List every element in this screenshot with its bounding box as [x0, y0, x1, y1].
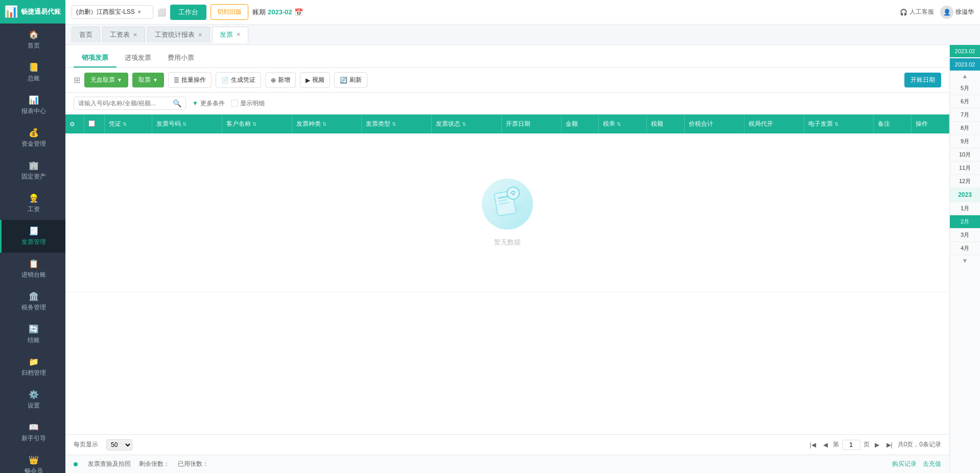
tab-invoice-close[interactable]: ✕ — [236, 31, 241, 38]
th-date: 开票日期 — [501, 115, 561, 133]
page-total: 共0页，0条记录 — [898, 440, 941, 449]
sidebar-item-payroll[interactable]: 👷 工资 — [0, 187, 65, 220]
sidebar-item-guide[interactable]: 📖 新手引导 — [0, 416, 65, 449]
video-button[interactable]: ▶ 视频 — [300, 72, 330, 88]
date-panel-header-2[interactable]: 2023.02 — [950, 58, 980, 71]
first-page-button[interactable]: |◀ — [807, 440, 818, 449]
date-month-7[interactable]: 7月 — [950, 108, 980, 122]
sidebar-item-home[interactable]: 🏠 首页 — [0, 24, 65, 56]
empty-state: 暂无数据 — [69, 138, 945, 288]
home-icon: 🏠 — [29, 30, 39, 39]
subtab-sales[interactable]: 销项发票 — [74, 49, 116, 67]
tab-payroll[interactable]: 工资表 ✕ — [102, 27, 145, 42]
sidebar-item-member[interactable]: 👑 畅会员 — [0, 449, 65, 473]
sidebar-item-funds[interactable]: 💰 资金管理 — [0, 122, 65, 154]
next-page-button[interactable]: ▶ — [873, 440, 881, 449]
service-button[interactable]: 🎧 人工客服 — [900, 8, 934, 16]
date-month-8[interactable]: 8月 — [950, 122, 980, 135]
video-icon: ▶ — [306, 77, 310, 84]
grid-config-icon[interactable]: ⊞ — [74, 75, 80, 85]
sidebar-item-invoice[interactable]: 🧾 发票管理 — [0, 220, 65, 253]
tab-payroll-close[interactable]: ✕ — [133, 32, 137, 38]
accounting-period: 账期 2023-02 📅 — [252, 8, 303, 17]
date-down-arrow[interactable]: ▼ — [950, 255, 980, 266]
page-input[interactable] — [842, 440, 860, 450]
sidebar-item-sales-ledger[interactable]: 📋 进销台账 — [0, 253, 65, 285]
no-tax-button[interactable]: 无血取票 ▼ — [84, 73, 128, 87]
used-label: 已用张数： — [178, 460, 208, 468]
new-icon: ⊕ — [271, 77, 276, 84]
settings-icon: ⚙️ — [29, 390, 39, 399]
user-info[interactable]: 👤 徐溢华 — [940, 6, 974, 19]
date-month-3[interactable]: 3月 — [950, 229, 980, 242]
date-month-1[interactable]: 1月 — [950, 202, 980, 215]
th-setting[interactable]: ⚙ — [65, 115, 84, 133]
invoice-table: ⚙ 凭证⇅ 发票号码⇅ 客户名称⇅ 发票种类⇅ 发票类型⇅ 发票状态⇅ 开票日期… — [65, 115, 949, 292]
date-month-6[interactable]: 6月 — [950, 95, 980, 108]
pagination-bar: 每页显示 50 100 200 |◀ ◀ 第 页 ▶ ▶| 共0页， — [65, 434, 949, 455]
subtab-expense[interactable]: 费用小票 — [159, 49, 202, 67]
date-up-arrow[interactable]: ▲ — [950, 71, 980, 82]
select-all-checkbox[interactable] — [88, 120, 95, 127]
tab-payroll-stat-close[interactable]: ✕ — [198, 32, 202, 38]
search-icon[interactable]: 🔍 — [173, 99, 181, 107]
sidebar-item-archive[interactable]: 📁 归档管理 — [0, 351, 65, 384]
copy-icon[interactable]: ⬜ — [157, 8, 166, 16]
gen-voucher-button[interactable]: 📄 生成凭证 — [216, 72, 261, 88]
date-month-12[interactable]: 12月 — [950, 175, 980, 188]
sidebar-item-settings[interactable]: ⚙️ 设置 — [0, 384, 65, 416]
date-month-9[interactable]: 9月 — [950, 135, 980, 148]
page-label: 第 — [833, 440, 839, 449]
sort-icon[interactable]: ⇅ — [123, 121, 127, 127]
last-page-button[interactable]: ▶| — [884, 440, 895, 449]
sidebar-item-tax[interactable]: 🏛️ 税务管理 — [0, 285, 65, 318]
tax-button[interactable]: 取票 ▼ — [132, 73, 164, 87]
date-month-4[interactable]: 4月 — [950, 242, 980, 255]
sort-icon[interactable]: ⇅ — [392, 121, 396, 127]
show-detail-checkbox[interactable] — [231, 100, 238, 107]
workspace-button[interactable]: 工作台 — [170, 5, 206, 20]
date-year-2023[interactable]: 2023 — [950, 188, 980, 202]
remaining-label: 剩余张数： — [139, 460, 170, 468]
purchase-record-link[interactable]: 购买记录 — [892, 460, 917, 468]
date-month-5[interactable]: 5月 — [950, 82, 980, 95]
th-customer: 客户名称⇅ — [222, 115, 292, 133]
sort-icon[interactable]: ⇅ — [462, 121, 466, 127]
tab-invoice[interactable]: 发票 ✕ — [212, 27, 248, 43]
new-button[interactable]: ⊕ 新增 — [265, 72, 296, 88]
old-version-button[interactable]: 切到旧版 — [211, 4, 248, 20]
status-bar: 发票查验及拍照 剩余张数： 已用张数： 购买记录 去充值 — [65, 455, 949, 473]
date-month-11[interactable]: 11月 — [950, 162, 980, 175]
tab-payroll-stat[interactable]: 工资统计报表 ✕ — [147, 27, 210, 42]
per-page-select[interactable]: 50 100 200 — [106, 439, 132, 451]
show-detail-toggle[interactable]: 显示明细 — [231, 99, 265, 108]
tab-home[interactable]: 首页 — [72, 27, 100, 42]
panel-controls: 开账日期 — [904, 73, 941, 87]
batch-op-button[interactable]: ☰ 批量操作 — [168, 72, 212, 88]
date-month-10[interactable]: 10月 — [950, 148, 980, 162]
gen-voucher-icon: 📄 — [221, 77, 229, 84]
sidebar-item-close[interactable]: 🔄 结账 — [0, 318, 65, 351]
sort-icon[interactable]: ⇅ — [834, 121, 838, 127]
search-input[interactable] — [78, 100, 170, 107]
refresh-button[interactable]: 🔄 刷新 — [334, 72, 367, 88]
filter-button[interactable]: ▼ 更多条件 — [192, 99, 225, 108]
sort-icon[interactable]: ⇅ — [252, 121, 256, 127]
recharge-link[interactable]: 去充值 — [923, 460, 941, 468]
subtab-purchase[interactable]: 进项发票 — [116, 49, 159, 67]
period-calendar-icon[interactable]: 📅 — [294, 8, 303, 16]
sidebar-item-fixed-assets[interactable]: 🏢 固定资产 — [0, 154, 65, 187]
sort-icon[interactable]: ⇅ — [322, 121, 326, 127]
company-selector[interactable]: (勿删）江西股宝-LSS ▼ — [72, 5, 153, 19]
th-amount: 金额 — [561, 115, 599, 133]
th-checkbox[interactable] — [84, 115, 104, 133]
open-period-button[interactable]: 开账日期 — [904, 73, 941, 87]
sidebar-item-ledger[interactable]: 📒 总账 — [0, 56, 65, 89]
date-month-2[interactable]: 2月 — [950, 215, 980, 229]
sort-icon[interactable]: ⇅ — [182, 121, 186, 127]
search-input-wrap: 🔍 — [74, 97, 186, 110]
sort-icon[interactable]: ⇅ — [617, 121, 621, 127]
prev-page-button[interactable]: ◀ — [821, 440, 830, 449]
sidebar-item-reports[interactable]: 📊 报表中心 — [0, 89, 65, 122]
date-panel-header-1[interactable]: 2023.02 — [950, 45, 980, 57]
